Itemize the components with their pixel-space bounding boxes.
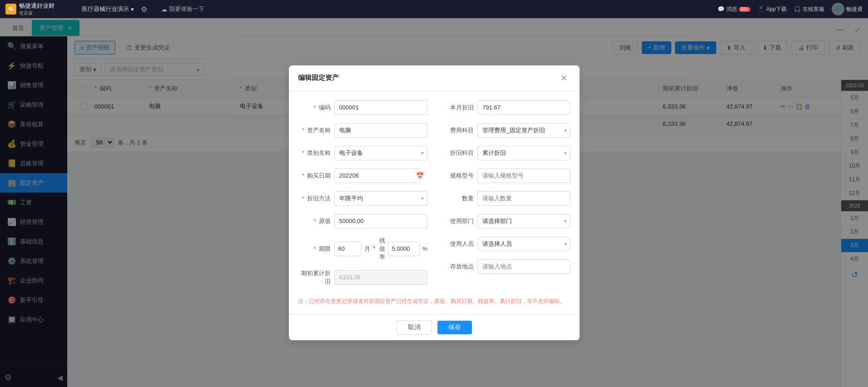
- form-row-quantity: 数量: [441, 191, 570, 206]
- form-row-dep-account: 折旧科目 累计折旧 ▾: [441, 146, 570, 160]
- modal-title: 编辑固定资产: [298, 74, 339, 82]
- spec-input[interactable]: [477, 169, 570, 183]
- logo-text: 畅捷通好业财: [19, 2, 55, 10]
- form-row-purchase-date: * 购买日期 📅: [298, 169, 428, 183]
- cloud-icon: ☁: [161, 6, 167, 13]
- topbar: 畅 畅捷通好业财 普及版 医疗器械行业演示 ▾ ⚙ ☁ 我要体验一下 💬 消息 …: [0, 0, 868, 18]
- period-input[interactable]: [334, 242, 362, 256]
- period-unit: 月: [364, 245, 370, 253]
- expense-account-wrapper: 管理费用_固定资产折旧 ▾: [477, 123, 570, 138]
- form-row-department: 使用部门 请选择部门 ▾: [441, 214, 570, 228]
- category-select[interactable]: 电子设备: [334, 146, 428, 160]
- depreciation-method-wrapper: 年限平均 ▾: [334, 191, 428, 206]
- headset-icon: 🎧: [794, 6, 801, 12]
- monthly-dep-input[interactable]: [477, 100, 570, 115]
- form-row-period-residual: * 期限 月 * 残值率 %: [298, 237, 428, 261]
- message-btn[interactable]: 💬 消息 99+: [718, 5, 750, 13]
- user-select[interactable]: 请选择人员: [477, 237, 570, 251]
- expense-account-select[interactable]: 管理费用_固定资产折旧: [477, 123, 570, 138]
- form-row-initial-depreciation: 期初累计折旧: [298, 269, 428, 286]
- modal-body: * 编码 * 资产名称: [289, 91, 580, 314]
- form-row-asset-name: * 资产名称: [298, 123, 428, 138]
- category-select-wrapper: 电子设备 ▾: [334, 146, 428, 160]
- department-select[interactable]: 请选择部门: [477, 214, 570, 228]
- cancel-button[interactable]: 取消: [397, 320, 432, 335]
- edit-asset-modal: 编辑固定资产 ✕ * 编码: [289, 65, 580, 340]
- save-button[interactable]: 保存: [437, 321, 472, 334]
- logo-sub: 普及版: [19, 10, 55, 16]
- experience-btn[interactable]: ☁ 我要体验一下: [161, 5, 204, 13]
- form-row-monthly-dep: 本月折旧: [441, 100, 570, 115]
- message-badge: 99+: [739, 7, 750, 12]
- form-row-category: * 类别名称 电子设备 ▾: [298, 146, 428, 160]
- form-row-location: 存放地点: [441, 259, 570, 274]
- residual-unit: %: [422, 245, 428, 252]
- user-menu[interactable]: 👤 畅捷通: [832, 3, 863, 15]
- logo-icon: 畅: [5, 4, 16, 15]
- app-icon: 📱: [758, 6, 764, 12]
- user-wrapper: 请选择人员 ▾: [477, 237, 570, 251]
- asset-name-input[interactable]: [334, 123, 428, 138]
- gear-icon[interactable]: ⚙: [138, 3, 150, 15]
- department-wrapper: 请选择部门 ▾: [477, 214, 570, 228]
- form-row-user: 使用人员 请选择人员 ▾: [441, 237, 570, 251]
- location-input[interactable]: [477, 259, 570, 274]
- original-value-input[interactable]: [334, 214, 428, 228]
- code-input[interactable]: [334, 100, 428, 115]
- modal-header: 编辑固定资产 ✕: [289, 65, 580, 91]
- modal-footer: 取消 保存: [289, 314, 580, 340]
- dep-account-wrapper: 累计折旧 ▾: [477, 146, 570, 160]
- modal-right-col: 本月折旧 费用科目 管理费用_固定资产折旧 ▾: [441, 100, 570, 294]
- dep-account-select[interactable]: 累计折旧: [477, 146, 570, 160]
- date-wrapper: 📅: [334, 169, 428, 183]
- modal-note: 注：已经存在变更记录或者对应固定资产已经生成凭证，原值、购买日期、残值率、累计折…: [298, 294, 570, 305]
- logo: 畅 畅捷通好业财 普及版: [5, 2, 73, 16]
- modal-form-grid: * 编码 * 资产名称: [298, 100, 570, 305]
- form-row-spec: 规格型号: [441, 169, 570, 183]
- initial-depreciation-input: [334, 270, 428, 285]
- project-selector[interactable]: 医疗器械行业演示 ▾: [82, 5, 134, 13]
- service-btn[interactable]: 🎧 在线客服: [794, 5, 824, 13]
- topbar-right: 💬 消息 99+ 📱 App下载 🎧 在线客服 👤 畅捷通: [718, 3, 863, 15]
- residual-label: 残值率: [379, 237, 385, 261]
- dropdown-arrow-icon: ▾: [131, 6, 134, 13]
- quantity-input[interactable]: [477, 191, 570, 206]
- app-download-btn[interactable]: 📱 App下载: [758, 5, 787, 13]
- form-row-expense-account: 费用科目 管理费用_固定资产折旧 ▾: [441, 123, 570, 138]
- purchase-date-input[interactable]: [334, 169, 421, 183]
- form-row-depreciation-method: * 折旧方法 年限平均 ▾: [298, 191, 428, 206]
- depreciation-method-select[interactable]: 年限平均: [334, 191, 428, 206]
- residual-input[interactable]: [388, 242, 420, 256]
- form-row-original-value: * 原值: [298, 214, 428, 228]
- modal-overlay: 编辑固定资产 ✕ * 编码: [0, 18, 868, 387]
- modal-close-btn[interactable]: ✕: [558, 72, 570, 84]
- modal-left-col: * 编码 * 资产名称: [298, 100, 428, 294]
- message-icon: 💬: [718, 6, 724, 12]
- topbar-center: 医疗器械行业演示 ▾ ⚙ ☁ 我要体验一下: [73, 3, 718, 15]
- form-row-code: * 编码: [298, 100, 428, 115]
- period-residual-inline: 月 * 残值率 %: [334, 237, 428, 261]
- avatar: 👤: [832, 3, 844, 15]
